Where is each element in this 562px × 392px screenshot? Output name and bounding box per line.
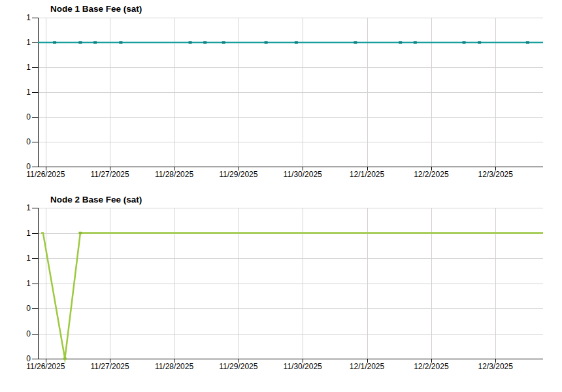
tick-labels: 111100011/26/202511/27/202511/28/202511/… bbox=[26, 203, 513, 371]
x-tick-label: 11/30/2025 bbox=[284, 170, 322, 179]
chart-title-node2: Node 2 Base Fee (sat) bbox=[50, 195, 142, 204]
x-tick-label: 11/28/2025 bbox=[155, 362, 193, 371]
x-tick-label: 11/28/2025 bbox=[155, 170, 193, 179]
y-tick-label: 1 bbox=[26, 203, 31, 212]
x-tick-label: 12/2/2025 bbox=[414, 170, 449, 179]
y-tick-label: 1 bbox=[26, 13, 31, 22]
axes bbox=[32, 18, 543, 171]
chart-title-node1: Node 1 Base Fee (sat) bbox=[50, 4, 142, 14]
y-tick-label: 1 bbox=[26, 63, 31, 72]
x-tick-label: 12/2/2025 bbox=[414, 362, 449, 371]
x-tick-label: 12/3/2025 bbox=[478, 362, 514, 371]
x-tick-label: 11/26/2025 bbox=[26, 170, 65, 179]
charts-canvas: Node 1 Base Fee (sat) 111100011/26/20251… bbox=[0, 0, 562, 392]
x-tick-label: 12/1/2025 bbox=[350, 170, 385, 179]
x-tick-label: 11/26/2025 bbox=[26, 362, 65, 371]
tick-labels: 111100011/26/202511/27/202511/28/202511/… bbox=[26, 13, 513, 179]
y-tick-label: 0 bbox=[26, 137, 31, 146]
y-tick-label: 1 bbox=[26, 88, 31, 97]
gridlines bbox=[38, 18, 543, 167]
x-tick-label: 12/3/2025 bbox=[478, 170, 514, 179]
gridlines bbox=[38, 208, 543, 359]
y-tick-label: 0 bbox=[26, 329, 31, 338]
x-tick-label: 11/29/2025 bbox=[219, 362, 257, 371]
x-tick-label: 12/1/2025 bbox=[350, 362, 385, 371]
y-tick-label: 1 bbox=[26, 229, 31, 238]
chart-plot-node2: 111100011/26/202511/27/202511/28/202511/… bbox=[0, 0, 562, 392]
x-tick-label: 11/27/2025 bbox=[91, 362, 129, 371]
chart-node2-base-fee: Node 2 Base Fee (sat) 111100011/26/20251… bbox=[0, 0, 562, 392]
y-tick-label: 0 bbox=[26, 304, 31, 313]
chart-plot-node1: 111100011/26/202511/27/202511/28/202511/… bbox=[0, 0, 562, 392]
y-tick-label: 1 bbox=[26, 253, 31, 263]
axes bbox=[32, 208, 543, 363]
series-line bbox=[41, 233, 543, 359]
y-tick-label: 0 bbox=[26, 162, 31, 171]
y-tick-label: 1 bbox=[26, 279, 31, 288]
x-tick-label: 11/30/2025 bbox=[284, 362, 322, 371]
series-node-2-base-fee bbox=[41, 233, 543, 359]
y-tick-label: 0 bbox=[26, 112, 31, 122]
x-tick-label: 11/29/2025 bbox=[219, 170, 257, 179]
y-tick-label: 0 bbox=[26, 354, 31, 363]
x-tick-label: 11/27/2025 bbox=[91, 170, 129, 179]
y-tick-label: 1 bbox=[26, 38, 31, 47]
chart-node1-base-fee: Node 1 Base Fee (sat) 111100011/26/20251… bbox=[0, 0, 562, 392]
